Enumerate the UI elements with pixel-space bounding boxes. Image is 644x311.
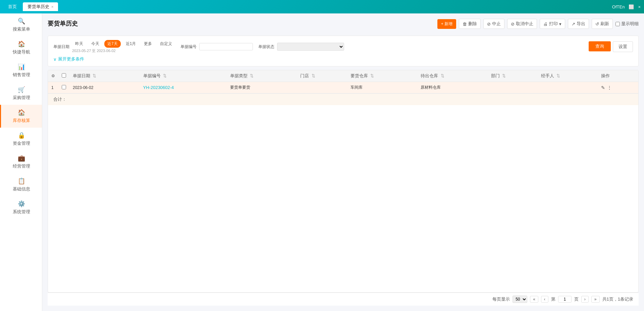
sort-date-icon: ⇅ — [93, 73, 96, 78]
date-filter-item: 单据日期 昨天 今天 近7天 近1月 更多 自定义 2023-05-27 至 2… — [53, 40, 175, 53]
doc-status-select[interactable] — [277, 43, 344, 51]
col-store-label: 门店 — [300, 73, 309, 78]
print-dropdown-icon: ▾ — [559, 21, 561, 27]
operations-icon: 💼 — [18, 154, 25, 162]
col-doc-no[interactable]: 单据编号 ⇅ — [140, 70, 227, 82]
cancel-stop-label: 取消中止 — [516, 21, 533, 27]
display-cell-checkbox[interactable] — [615, 22, 620, 26]
row-handler — [538, 82, 598, 93]
tab-home-label: 首页 — [8, 4, 17, 10]
print-button[interactable]: 🖨 打印 ▾ — [540, 19, 565, 29]
delete-button[interactable]: 🗑 删除 — [459, 19, 481, 29]
col-action: 操作 — [598, 70, 638, 82]
display-cell-container[interactable]: 显示明细 — [615, 21, 639, 27]
sidebar-item-system[interactable]: ⚙️ 系统管理 — [0, 196, 42, 219]
tab-purchase-history[interactable]: 要货单历史 × — [23, 2, 58, 11]
row-actions: ✎ ⋮ — [601, 85, 635, 90]
col-req-warehouse[interactable]: 要货仓库 ⇅ — [347, 70, 418, 82]
col-date[interactable]: 单据日期 ⇅ — [69, 70, 140, 82]
per-page-select[interactable]: 50 — [513, 296, 527, 303]
next-page-btn[interactable]: › — [581, 296, 589, 303]
data-table: ⚙ 单据日期 ⇅ 单据编号 ⇅ 单据类型 — [48, 70, 638, 93]
col-handler-label: 经手人 — [541, 73, 554, 78]
filter-panel: 单据日期 昨天 今天 近7天 近1月 更多 自定义 2023-05-27 至 2… — [48, 36, 639, 66]
last-page-btn[interactable]: » — [591, 296, 600, 303]
top-bar: 首页 要货单历史 × OfTEn ⬜ × — [0, 0, 644, 13]
tab-close-icon[interactable]: × — [51, 5, 53, 9]
cancel-stop-button[interactable]: ⊘ 取消中止 — [507, 19, 537, 29]
refresh-button[interactable]: ↺ 刷新 — [592, 19, 613, 29]
row-action-more-btn[interactable]: ⋮ — [607, 85, 612, 90]
doc-no-input[interactable] — [199, 43, 253, 50]
window-close-btn[interactable]: × — [638, 4, 641, 9]
table-header: ⚙ 单据日期 ⇅ 单据编号 ⇅ 单据类型 — [48, 70, 638, 82]
date-btn-1month[interactable]: 近1月 — [123, 40, 139, 48]
sort-department-icon: ⇅ — [502, 73, 506, 78]
per-page-label: 每页显示 — [492, 296, 510, 302]
sidebar-item-sales[interactable]: 📊 销售管理 — [0, 59, 42, 82]
tab-home[interactable]: 首页 — [3, 2, 21, 11]
date-filter-label: 单据日期 — [53, 44, 69, 50]
expand-more-btn[interactable]: ∨ 展开更多条件 — [53, 56, 633, 62]
date-btn-custom[interactable]: 自定义 — [157, 40, 175, 48]
stop-icon: ⊘ — [487, 21, 491, 27]
page-suffix-label: 页 — [574, 296, 579, 302]
stop-button[interactable]: ⊘ 中止 — [483, 19, 504, 29]
date-btn-7days[interactable]: 近7天 — [104, 40, 121, 48]
query-button[interactable]: 查询 — [589, 41, 611, 51]
col-store[interactable]: 门店 ⇅ — [297, 70, 347, 82]
date-btn-yesterday[interactable]: 昨天 — [72, 40, 86, 48]
row-checkbox[interactable] — [62, 85, 66, 89]
top-tabs: 首页 要货单历史 × — [3, 2, 612, 11]
select-all-checkbox[interactable] — [62, 73, 66, 78]
col-pending-warehouse-label: 待出仓库 — [421, 73, 438, 78]
col-doc-type[interactable]: 单据类型 ⇅ — [227, 70, 297, 82]
current-page-input[interactable] — [558, 296, 572, 303]
row-pending-warehouse: 原材料仓库 — [417, 82, 488, 93]
sidebar-item-nav-label: 快捷导航 — [13, 49, 30, 55]
sidebar-item-inventory[interactable]: 🏠 库存核算 — [0, 105, 42, 128]
sidebar-item-operations[interactable]: 💼 经营管理 — [0, 150, 42, 173]
delete-icon: 🗑 — [463, 21, 467, 27]
sort-store-icon: ⇅ — [312, 73, 315, 78]
pagination: 每页显示 50 « ‹ 第 页 › » 共1页，1条记录 — [48, 293, 639, 306]
date-btn-more[interactable]: 更多 — [141, 40, 155, 48]
row-doc-no-link[interactable]: YH-20230602-4 — [143, 85, 174, 90]
first-page-btn[interactable]: « — [530, 296, 538, 303]
sidebar: 🔍 搜索菜单 🏠 快捷导航 📊 销售管理 🛒 采购管理 🏠 库存核算 🔒 资金管… — [0, 13, 42, 311]
col-checkbox — [58, 70, 69, 82]
row-action-edit-btn[interactable]: ✎ — [601, 85, 605, 90]
col-handler[interactable]: 经手人 ⇅ — [538, 70, 598, 82]
col-date-label: 单据日期 — [73, 73, 90, 78]
col-pending-warehouse[interactable]: 待出仓库 ⇅ — [417, 70, 488, 82]
date-btn-today[interactable]: 今天 — [88, 40, 102, 48]
table-row: 1 2023-06-02 YH-20230602-4 要货单要货 车间库 原材料… — [48, 82, 638, 93]
page-prefix-label: 第 — [551, 296, 555, 302]
sidebar-item-nav[interactable]: 🏠 快捷导航 — [0, 36, 42, 59]
new-button[interactable]: + 新增 — [437, 19, 456, 29]
sidebar-item-search[interactable]: 🔍 搜索菜单 — [0, 13, 42, 36]
col-doc-no-label: 单据编号 — [143, 73, 161, 78]
sidebar-item-purchase[interactable]: 🛒 采购管理 — [0, 82, 42, 105]
col-department[interactable]: 部门 ⇅ — [488, 70, 538, 82]
export-button[interactable]: ↗ 导出 — [568, 19, 589, 29]
expand-more-icon: ∨ — [53, 57, 57, 62]
refresh-icon: ↺ — [595, 21, 599, 27]
cancel-stop-icon: ⊘ — [511, 21, 515, 27]
row-checkbox-col — [58, 82, 69, 93]
sidebar-item-finance[interactable]: 🔒 资金管理 — [0, 128, 42, 150]
col-settings[interactable]: ⚙ — [48, 70, 58, 82]
sort-doc-no-icon: ⇅ — [163, 73, 167, 78]
sidebar-item-basic-info[interactable]: 📋 基础信息 — [0, 173, 42, 196]
home-icon: 🏠 — [18, 40, 25, 48]
total-info: 共1页，1条记录 — [602, 296, 633, 302]
settings-button[interactable]: 设置 — [613, 41, 633, 52]
print-icon: 🖨 — [543, 21, 548, 27]
table-body: 1 2023-06-02 YH-20230602-4 要货单要货 车间库 原材料… — [48, 82, 638, 93]
prev-page-btn[interactable]: ‹ — [541, 296, 548, 303]
basic-info-icon: 📋 — [18, 177, 25, 185]
col-action-label: 操作 — [601, 73, 610, 78]
window-restore-btn[interactable]: ⬜ — [629, 4, 634, 9]
col-req-warehouse-label: 要货仓库 — [351, 73, 368, 78]
row-store — [297, 82, 347, 93]
